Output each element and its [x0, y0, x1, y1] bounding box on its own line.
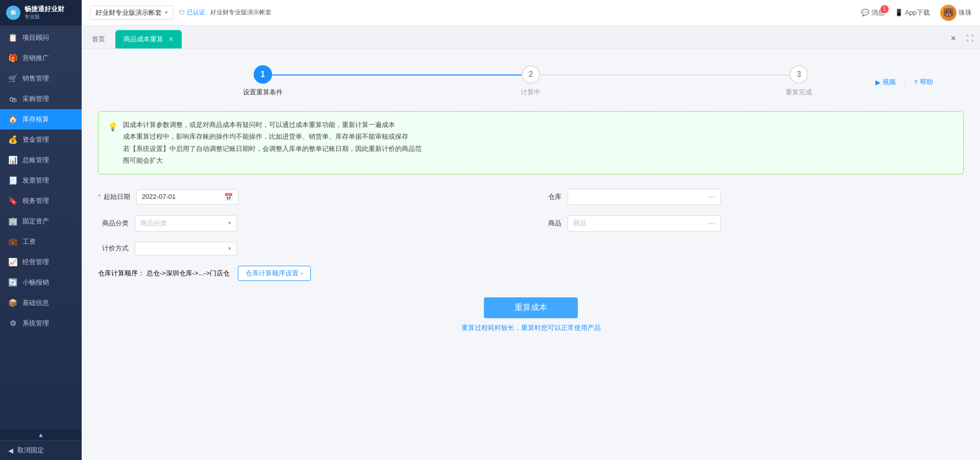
operation-icon: 📈 [8, 258, 17, 267]
sidebar-item-payroll[interactable]: 💼工资 [0, 232, 82, 252]
account-selector[interactable]: 好业财专业版演示帐套 ▾ [90, 6, 174, 20]
system-icon: ⚙ [8, 319, 17, 328]
category-select[interactable]: 商品分类 ▾ [135, 215, 237, 232]
content-wrapper: ▶ 视频 | ? 帮助 1 设置重算条件 [98, 65, 964, 333]
basic-icon: 📦 [8, 298, 17, 308]
category-chevron-icon: ▾ [228, 220, 231, 226]
sidebar-label-finance: 资金管理 [22, 135, 49, 144]
message-btn[interactable]: 💬 消息 1 [861, 8, 885, 17]
sidebar-item-operation[interactable]: 📈经营管理 [0, 252, 82, 272]
unpin-label: 取消固定 [17, 446, 44, 455]
product-input[interactable]: 商品 ··· [568, 215, 721, 232]
tab-home[interactable]: 首页 [84, 30, 113, 48]
finance-icon: 💰 [8, 135, 17, 144]
message-icon: 💬 [861, 9, 869, 16]
step-2-line [540, 74, 790, 75]
app-title: 畅捷通好业财 [24, 5, 64, 13]
recalc-hint: 重算过程耗时较长，重算时您可以正常使用产品 [461, 323, 601, 333]
sidebar-item-invoice[interactable]: 🧾发票管理 [0, 170, 82, 191]
product-label: 商品 [541, 219, 561, 228]
accounting-icon: 📊 [8, 156, 17, 165]
app-download-label: App下载 [905, 8, 930, 17]
tab-home-label: 首页 [92, 35, 105, 44]
sales-icon: 🛒 [8, 74, 17, 83]
sidebar-footer[interactable]: ◀ 取消固定 [0, 440, 82, 460]
tabbar: 首页 商品成本重算 ✕ ✕ ⛶ [82, 25, 980, 49]
info-content: 因成本计算参数调整，或是对商品成本有疑问时，可以通过成本重算功能，重新计算一遍成… [123, 119, 422, 167]
info-line-1: 因成本计算参数调整，或是对商品成本有疑问时，可以通过成本重算功能，重新计算一遍成… [123, 119, 422, 131]
warehouse-order-label: 仓库计算顺序： 总仓->深圳仓库->...->门店仓 [98, 269, 230, 278]
sidebar-label-inventory: 库存核算 [22, 115, 49, 124]
account-chevron-icon: ▾ [165, 9, 168, 16]
sidebar-item-basic[interactable]: 📦基础信息 [0, 293, 82, 313]
sidebar-item-project[interactable]: 📋项目顾问 [0, 28, 82, 48]
sidebar-item-purchase[interactable]: 🛍采购管理 [0, 89, 82, 109]
user-profile-btn[interactable]: 🐻 珠珠 [940, 5, 972, 21]
info-line-3: 若【系统设置】中启用了自动调整记账日期时，会调整入库单的整单记账日期，因此重新计… [123, 143, 422, 155]
form-row-2: 商品分类 商品分类 ▾ 商品 商品 ··· [98, 215, 964, 232]
step-2-label: 计算中 [521, 88, 541, 97]
sidebar-label-marketing: 营销推广 [22, 54, 49, 63]
recalc-section: 重算成本 重算过程耗时较长，重算时您可以正常使用产品 [98, 297, 964, 333]
marketing-icon: 🎁 [8, 54, 17, 63]
warehouse-order-btn-label: 仓库计算顺序设置 [246, 269, 299, 278]
project-icon: 📋 [8, 33, 17, 42]
sidebar-item-sales[interactable]: 🛒销售管理 [0, 68, 82, 89]
sidebar-item-marketing[interactable]: 🎁营销推广 [0, 48, 82, 68]
start-date-input[interactable]: 2022-07-01 📅 [136, 189, 238, 205]
expand-tab-btn[interactable]: ⛶ [964, 32, 976, 44]
inventory-icon: 🏠 [8, 115, 17, 124]
topbar-actions: 💬 消息 1 📱 App下载 🐻 珠珠 [861, 5, 972, 21]
payroll-icon: 💼 [8, 237, 17, 246]
sidebar-item-finance[interactable]: 💰资金管理 [0, 130, 82, 150]
sidebar-item-accounting[interactable]: 📊总账管理 [0, 150, 82, 170]
warehouse-order-value: 总仓->深圳仓库->...->门店仓 [146, 269, 230, 277]
unpin-icon: ◀ [8, 447, 13, 454]
start-date-field: * 起始日期 2022-07-01 📅 [98, 189, 521, 205]
info-line-4: 围可能会扩大 [123, 155, 422, 166]
tab-recalc[interactable]: 商品成本重算 ✕ [115, 30, 182, 48]
app-logo: 畅 [6, 6, 20, 20]
account-name: 好业财专业版演示帐套 [95, 8, 162, 17]
form-row-1: * 起始日期 2022-07-01 📅 仓库 ··· [98, 189, 964, 205]
category-label: 商品分类 [98, 219, 129, 228]
sidebar-label-accounting: 总账管理 [22, 156, 49, 165]
sidebar-label-expense: 小畅报销 [22, 278, 49, 287]
step-1-line [272, 74, 522, 75]
recalc-btn[interactable]: 重算成本 [484, 297, 578, 318]
warehouse-order-settings-btn[interactable]: 仓库计算顺序设置 › [238, 266, 310, 281]
step-1-label: 设置重算条件 [243, 88, 283, 97]
user-name: 珠珠 [959, 8, 972, 17]
sidebar-item-inventory[interactable]: 🏠库存核算 [0, 109, 82, 130]
pricing-select[interactable]: ▾ [135, 242, 237, 255]
assets-icon: 🏢 [8, 217, 17, 226]
phone-icon: 📱 [895, 9, 903, 16]
warehouse-order-chevron-icon: › [301, 269, 303, 277]
sidebar-label-project: 项目顾问 [22, 33, 49, 42]
sidebar-item-assets[interactable]: 🏢固定资产 [0, 211, 82, 232]
sidebar-item-system[interactable]: ⚙系统管理 [0, 313, 82, 334]
category-field: 商品分类 商品分类 ▾ [98, 215, 521, 232]
verified-text: 已认证 [187, 8, 205, 17]
step-1: 1 设置重算条件 [129, 65, 397, 97]
product-field: 商品 商品 ··· [541, 215, 964, 232]
sidebar-header: 畅 畅捷通好业财 专业版 [0, 0, 82, 25]
warehouse-input[interactable]: ··· [568, 189, 721, 205]
tab-recalc-label: 商品成本重算 [124, 35, 163, 44]
sidebar-label-basic: 基础信息 [22, 298, 49, 308]
product-dots-icon: ··· [708, 219, 715, 228]
verified-badge: 🛡 已认证 [179, 8, 205, 17]
close-tab-btn[interactable]: ✕ [947, 32, 960, 44]
sidebar-nav: 📋项目顾问🎁营销推广🛒销售管理🛍采购管理🏠库存核算💰资金管理📊总账管理🧾发票管理… [0, 25, 82, 430]
step-3-label: 重算完成 [786, 88, 812, 97]
app-title-group: 畅捷通好业财 专业版 [24, 5, 64, 20]
app-download-btn[interactable]: 📱 App下载 [895, 8, 930, 17]
pricing-field: 计价方式 ▾ [98, 242, 521, 255]
app-subtitle: 专业版 [24, 13, 64, 20]
topbar-account-full: 好业财专业版演示帐套 [210, 8, 272, 17]
sidebar-item-expense[interactable]: 🔄小畅报销 [0, 272, 82, 293]
sidebar-item-tax[interactable]: 🔖税务管理 [0, 191, 82, 211]
expense-icon: 🔄 [8, 278, 17, 287]
form-row-3: 计价方式 ▾ [98, 242, 964, 255]
tab-recalc-close-icon[interactable]: ✕ [168, 36, 174, 43]
